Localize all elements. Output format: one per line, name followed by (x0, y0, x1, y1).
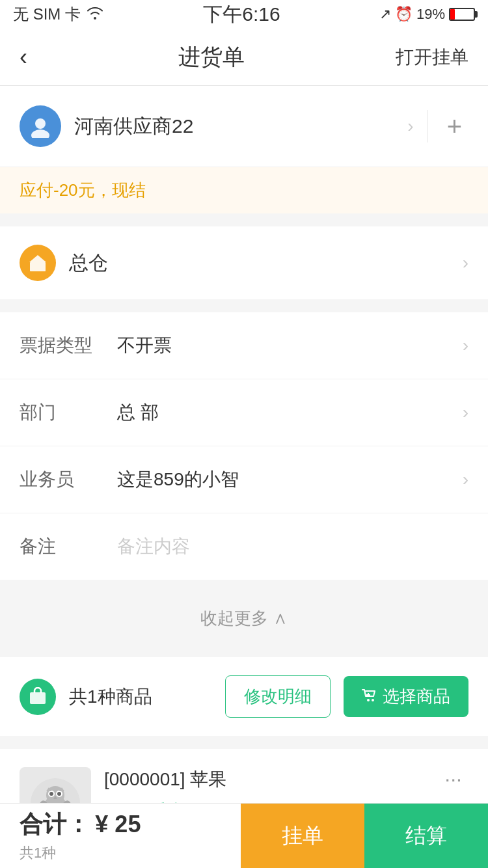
warehouse-row[interactable]: 总仓 › (0, 226, 488, 299)
supplier-row: 河南供应商22 › + (0, 86, 488, 167)
salesperson-chevron-icon: › (463, 469, 468, 490)
total-label: 合计： (20, 811, 90, 837)
product-id: [0000001] (104, 769, 185, 789)
total-main: 合计： ¥ 25 (20, 809, 221, 841)
carrier-text: 无 SIM 卡 (13, 4, 81, 25)
hang-button[interactable]: 挂单 (241, 804, 364, 869)
invoice-type-chevron-icon: › (463, 335, 468, 356)
warehouse-icon (20, 245, 56, 281)
svg-rect-4 (30, 692, 46, 704)
location-icon: ↗ (379, 6, 391, 23)
status-right: ↗ ⏰ 19% (379, 6, 475, 23)
collapse-toggle[interactable]: 收起更多 ∧ (0, 593, 488, 644)
status-left: 无 SIM 卡 (13, 4, 104, 25)
department-value: 总 部 (98, 400, 463, 425)
select-product-button[interactable]: 选择商品 (344, 676, 468, 717)
status-bar: 无 SIM 卡 下午6:16 ↗ ⏰ 19% (0, 0, 488, 29)
vertical-divider (427, 110, 427, 142)
form-fields: 票据类型 不开票 › 部门 总 部 › 业务员 这是859的小智 › 备注 备注… (0, 312, 488, 580)
salesperson-value: 这是859的小智 (98, 467, 463, 492)
page-title: 进货单 (178, 42, 245, 72)
total-info: 合计： ¥ 25 共1种 (0, 809, 241, 863)
invoice-type-row[interactable]: 票据类型 不开票 › (0, 312, 488, 379)
products-count: 共1种商品 (69, 685, 212, 709)
remark-label: 备注 (20, 534, 98, 559)
invoice-type-value: 不开票 (98, 333, 463, 358)
select-product-label: 选择商品 (383, 685, 450, 708)
remark-input[interactable]: 备注内容 (98, 534, 468, 559)
salesperson-row[interactable]: 业务员 这是859的小智 › (0, 446, 488, 513)
supplier-avatar (20, 105, 61, 147)
back-button[interactable]: ‹ (20, 44, 27, 71)
svg-point-0 (35, 118, 46, 129)
svg-point-15 (57, 792, 61, 796)
battery-percent: 19% (416, 6, 445, 23)
total-amount: ¥ 25 (95, 811, 141, 837)
more-options-button[interactable]: ··· (438, 767, 468, 791)
supplier-section: 河南供应商22 › + 应付-20元，现结 (0, 86, 488, 213)
supplier-chevron-icon: › (407, 116, 413, 137)
salesperson-label: 业务员 (20, 467, 98, 492)
invoice-type-label: 票据类型 (20, 333, 98, 358)
products-icon (20, 679, 56, 715)
warehouse-name: 总仓 (69, 250, 463, 277)
svg-point-5 (367, 699, 370, 701)
cart-icon (362, 686, 377, 707)
warning-banner: 应付-20元，现结 (0, 167, 488, 213)
remark-row[interactable]: 备注 备注内容 (0, 513, 488, 580)
department-chevron-icon: › (463, 402, 468, 423)
wifi-icon (86, 5, 104, 23)
checkout-button[interactable]: 结算 (364, 804, 488, 869)
products-header: 共1种商品 修改明细 选择商品 (0, 657, 488, 736)
svg-rect-2 (30, 262, 46, 271)
department-label: 部门 (20, 400, 98, 425)
time-display: 下午6:16 (203, 1, 280, 28)
main-content: 河南供应商22 › + 应付-20元，现结 总仓 › 票据类型 不开票 › 部门… (0, 86, 488, 868)
battery-icon (449, 8, 475, 21)
supplier-name[interactable]: 河南供应商22 (74, 113, 407, 140)
edit-detail-button[interactable]: 修改明细 (225, 675, 331, 718)
alarm-icon: ⏰ (395, 6, 413, 23)
nav-bar: ‹ 进货单 打开挂单 (0, 29, 488, 86)
total-count: 共1种 (20, 843, 221, 863)
svg-point-6 (372, 699, 374, 701)
open-pending-button[interactable]: 打开挂单 (396, 45, 468, 70)
bottom-bar: 合计： ¥ 25 共1种 挂单 结算 (0, 803, 488, 868)
svg-marker-3 (29, 255, 46, 262)
warehouse-chevron-icon: › (463, 252, 468, 273)
department-row[interactable]: 部门 总 部 › (0, 379, 488, 446)
add-button[interactable]: + (441, 112, 468, 141)
svg-point-14 (49, 792, 53, 796)
product-name: [0000001] 苹果 (104, 767, 425, 792)
svg-point-1 (31, 129, 49, 138)
product-title: 苹果 (190, 769, 226, 789)
